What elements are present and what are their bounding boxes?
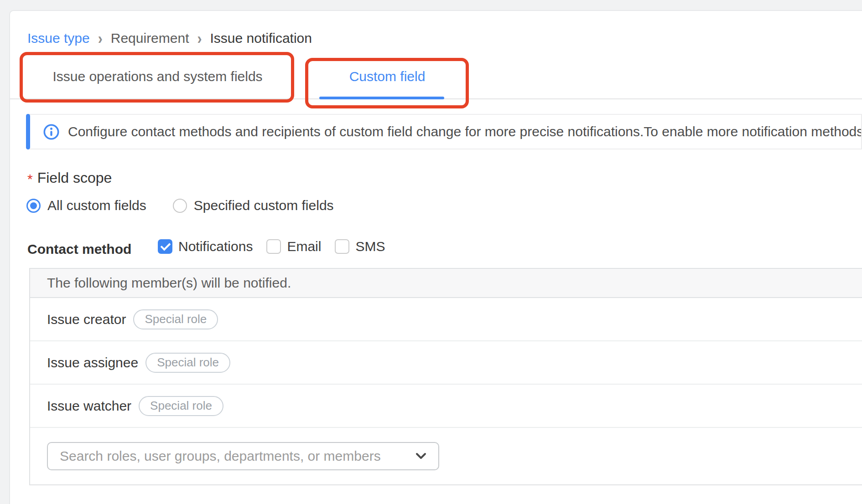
checkbox-label: SMS	[355, 239, 385, 254]
member-name: Issue assignee	[47, 355, 138, 370]
radio-unselected-icon[interactable]	[173, 199, 187, 213]
breadcrumb: Issue type › Requirement › Issue notific…	[27, 28, 312, 48]
breadcrumb-issue-type[interactable]: Issue type	[27, 28, 90, 48]
info-banner: Configure contact methods and recipients…	[28, 114, 862, 149]
breadcrumb-separator-icon: ›	[197, 27, 202, 50]
field-scope-title: Field scope	[37, 170, 112, 186]
checkbox-sms[interactable]: SMS	[335, 239, 385, 254]
member-search-placeholder: Search roles, user groups, departments, …	[60, 448, 381, 464]
table-header: The following member(s) will be notified…	[30, 269, 862, 298]
checkbox-label: Email	[287, 239, 321, 254]
breadcrumb-issue-notification: Issue notification	[210, 28, 312, 48]
table-row-issue-assignee: Issue assignee Special role	[30, 341, 862, 385]
chevron-down-icon	[415, 453, 426, 460]
contact-method-checkbox-group: Notifications Email SMS	[158, 239, 385, 254]
required-asterisk: *	[27, 170, 33, 187]
special-role-badge: Special role	[139, 396, 223, 416]
add-member-row: Search roles, user groups, departments, …	[30, 428, 862, 484]
checkbox-email[interactable]: Email	[266, 239, 321, 254]
radio-label: Specified custom fields	[194, 198, 334, 213]
special-role-badge: Special role	[145, 353, 230, 373]
page: Issue type › Requirement › Issue notific…	[0, 0, 862, 504]
special-role-badge: Special role	[133, 309, 218, 329]
radio-all-custom-fields[interactable]: All custom fields	[26, 198, 146, 213]
checkbox-checked-icon[interactable]	[158, 239, 172, 254]
banner-text: Configure contact methods and recipients…	[68, 124, 862, 139]
field-scope-radio-group: All custom fields Specified custom field…	[26, 198, 334, 213]
field-scope-section-label: * Field scope	[27, 170, 112, 187]
banner-accent-bar	[26, 114, 30, 149]
tab-custom-field[interactable]: Custom field	[306, 55, 468, 98]
radio-label: All custom fields	[47, 198, 146, 213]
tab-label: Custom field	[349, 69, 426, 84]
table-row-issue-creator: Issue creator Special role	[30, 298, 862, 341]
info-icon	[43, 123, 60, 140]
member-name: Issue watcher	[47, 398, 131, 414]
active-tab-underline	[319, 97, 444, 99]
radio-selected-icon[interactable]	[26, 199, 41, 213]
radio-specified-custom-fields[interactable]: Specified custom fields	[173, 198, 334, 213]
tab-label: Issue operations and system fields	[52, 69, 262, 84]
member-name: Issue creator	[47, 312, 126, 327]
breadcrumb-separator-icon: ›	[98, 27, 103, 50]
breadcrumb-requirement[interactable]: Requirement	[111, 28, 189, 48]
checkbox-label: Notifications	[178, 239, 253, 254]
table-header-text: The following member(s) will be notified…	[47, 275, 291, 291]
member-search-select[interactable]: Search roles, user groups, departments, …	[47, 442, 439, 470]
table-row-issue-watcher: Issue watcher Special role	[30, 385, 862, 428]
tab-issue-operations-and-system-fields[interactable]: Issue operations and system fields	[22, 55, 293, 98]
checkbox-unchecked-icon[interactable]	[266, 239, 281, 254]
contact-method-label: Contact method	[27, 242, 131, 257]
checkbox-notifications[interactable]: Notifications	[158, 239, 253, 254]
checkbox-unchecked-icon[interactable]	[335, 239, 349, 254]
notified-members-table: The following member(s) will be notified…	[29, 268, 862, 485]
